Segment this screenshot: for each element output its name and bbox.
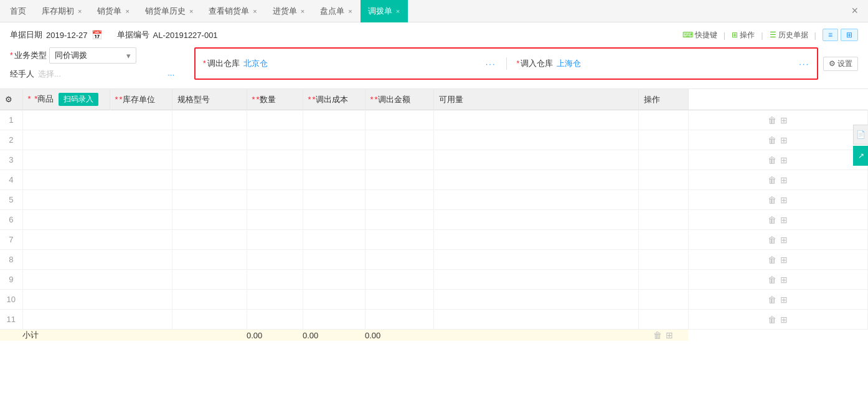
row-unit[interactable] bbox=[172, 210, 247, 230]
row-amount[interactable] bbox=[433, 310, 638, 330]
row-available[interactable] bbox=[638, 210, 688, 230]
row-available[interactable] bbox=[638, 290, 688, 310]
tab-transfer[interactable]: 调拨单 × bbox=[361, 0, 408, 22]
subtotal-delete-icon[interactable]: 🗑 bbox=[653, 330, 662, 340]
col-header-settings[interactable]: ⚙ bbox=[0, 89, 22, 110]
row-spec[interactable] bbox=[247, 250, 303, 270]
row-delete-icon[interactable]: 🗑 bbox=[768, 295, 776, 305]
row-spec[interactable] bbox=[247, 150, 303, 170]
subtotal-copy-icon[interactable]: ⊞ bbox=[666, 330, 673, 340]
settings-button[interactable]: ⚙ 设置 bbox=[823, 57, 858, 71]
row-copy-icon[interactable]: ⊞ bbox=[780, 155, 788, 165]
row-spec[interactable] bbox=[247, 290, 303, 310]
row-cost[interactable] bbox=[365, 170, 433, 190]
row-available[interactable] bbox=[638, 190, 688, 210]
row-copy-icon[interactable]: ⊞ bbox=[780, 315, 788, 325]
row-available[interactable] bbox=[638, 230, 688, 250]
shortcut-button[interactable]: ⌨ 快捷键 bbox=[682, 30, 717, 40]
operation-button[interactable]: ⊞ 操作 bbox=[732, 30, 755, 40]
row-spec[interactable] bbox=[247, 270, 303, 290]
row-qty[interactable] bbox=[303, 250, 365, 270]
layout-list-button[interactable]: ≡ bbox=[823, 29, 838, 41]
row-product[interactable] bbox=[22, 310, 172, 330]
row-product[interactable] bbox=[22, 250, 172, 270]
float-external-button[interactable]: ↗ bbox=[853, 146, 868, 166]
row-qty[interactable] bbox=[303, 190, 365, 210]
row-spec[interactable] bbox=[247, 310, 303, 330]
row-delete-icon[interactable]: 🗑 bbox=[768, 215, 776, 225]
tab-view-sales[interactable]: 查看销货单 × bbox=[201, 0, 265, 22]
manager-input[interactable]: 选择... bbox=[38, 69, 61, 80]
row-amount[interactable] bbox=[433, 230, 638, 250]
row-delete-icon[interactable]: 🗑 bbox=[768, 315, 776, 325]
row-delete-icon[interactable]: 🗑 bbox=[768, 255, 776, 265]
history-button[interactable]: ☰ 历史单据 bbox=[770, 30, 808, 40]
calendar-icon[interactable]: 📅 bbox=[92, 30, 102, 40]
row-copy-icon[interactable]: ⊞ bbox=[780, 275, 788, 285]
row-cost[interactable] bbox=[365, 310, 433, 330]
row-available[interactable] bbox=[638, 250, 688, 270]
row-cost[interactable] bbox=[365, 230, 433, 250]
row-delete-icon[interactable]: 🗑 bbox=[768, 235, 776, 245]
scan-button[interactable]: 扫码录入 bbox=[59, 93, 98, 106]
row-product[interactable] bbox=[22, 290, 172, 310]
row-cost[interactable] bbox=[365, 110, 433, 130]
row-cost[interactable] bbox=[365, 130, 433, 150]
tab-home[interactable]: 首页 bbox=[2, 0, 34, 22]
tab-close-purchase[interactable]: × bbox=[301, 7, 304, 15]
row-delete-icon[interactable]: 🗑 bbox=[768, 155, 776, 165]
row-cost[interactable] bbox=[365, 270, 433, 290]
row-available[interactable] bbox=[638, 130, 688, 150]
row-qty[interactable] bbox=[303, 150, 365, 170]
tab-stocktake[interactable]: 盘点单 × bbox=[313, 0, 360, 22]
row-unit[interactable] bbox=[172, 230, 247, 250]
row-unit[interactable] bbox=[172, 250, 247, 270]
row-copy-icon[interactable]: ⊞ bbox=[780, 295, 788, 305]
row-copy-icon[interactable]: ⊞ bbox=[780, 135, 788, 145]
row-cost[interactable] bbox=[365, 290, 433, 310]
row-available[interactable] bbox=[638, 110, 688, 130]
row-cost[interactable] bbox=[365, 250, 433, 270]
row-product[interactable] bbox=[22, 230, 172, 250]
biz-type-select[interactable]: 同价调拨 ▾ bbox=[49, 47, 136, 64]
row-delete-icon[interactable]: 🗑 bbox=[768, 115, 776, 125]
row-product[interactable] bbox=[22, 270, 172, 290]
row-qty[interactable] bbox=[303, 110, 365, 130]
row-copy-icon[interactable]: ⊞ bbox=[780, 235, 788, 245]
row-cost[interactable] bbox=[365, 190, 433, 210]
row-amount[interactable] bbox=[433, 170, 638, 190]
tab-close-view-sales[interactable]: × bbox=[253, 7, 257, 15]
row-copy-icon[interactable]: ⊞ bbox=[780, 175, 788, 185]
row-unit[interactable] bbox=[172, 130, 247, 150]
row-amount[interactable] bbox=[433, 290, 638, 310]
row-amount[interactable] bbox=[433, 150, 638, 170]
table-gear-icon[interactable]: ⚙ bbox=[5, 95, 12, 104]
row-copy-icon[interactable]: ⊞ bbox=[780, 215, 788, 225]
row-available[interactable] bbox=[638, 170, 688, 190]
row-spec[interactable] bbox=[247, 170, 303, 190]
tab-close-sales-history[interactable]: × bbox=[189, 7, 193, 15]
row-unit[interactable] bbox=[172, 170, 247, 190]
row-product[interactable] bbox=[22, 150, 172, 170]
row-amount[interactable] bbox=[433, 190, 638, 210]
tab-inventory-init[interactable]: 库存期初 × bbox=[34, 0, 90, 22]
row-delete-icon[interactable]: 🗑 bbox=[768, 275, 776, 285]
row-qty[interactable] bbox=[303, 310, 365, 330]
row-amount[interactable] bbox=[433, 270, 638, 290]
layout-grid-button[interactable]: ⊞ bbox=[841, 29, 858, 41]
warehouse-in-dots[interactable]: ··· bbox=[799, 59, 809, 69]
row-available[interactable] bbox=[638, 270, 688, 290]
row-unit[interactable] bbox=[172, 290, 247, 310]
row-delete-icon[interactable]: 🗑 bbox=[768, 175, 776, 185]
row-unit[interactable] bbox=[172, 110, 247, 130]
row-spec[interactable] bbox=[247, 190, 303, 210]
row-available[interactable] bbox=[638, 310, 688, 330]
warehouse-out-dots[interactable]: ··· bbox=[486, 59, 496, 69]
tab-close-inventory-init[interactable]: × bbox=[78, 7, 82, 15]
row-product[interactable] bbox=[22, 130, 172, 150]
row-cost[interactable] bbox=[365, 150, 433, 170]
row-qty[interactable] bbox=[303, 170, 365, 190]
row-spec[interactable] bbox=[247, 230, 303, 250]
row-spec[interactable] bbox=[247, 210, 303, 230]
row-cost[interactable] bbox=[365, 210, 433, 230]
